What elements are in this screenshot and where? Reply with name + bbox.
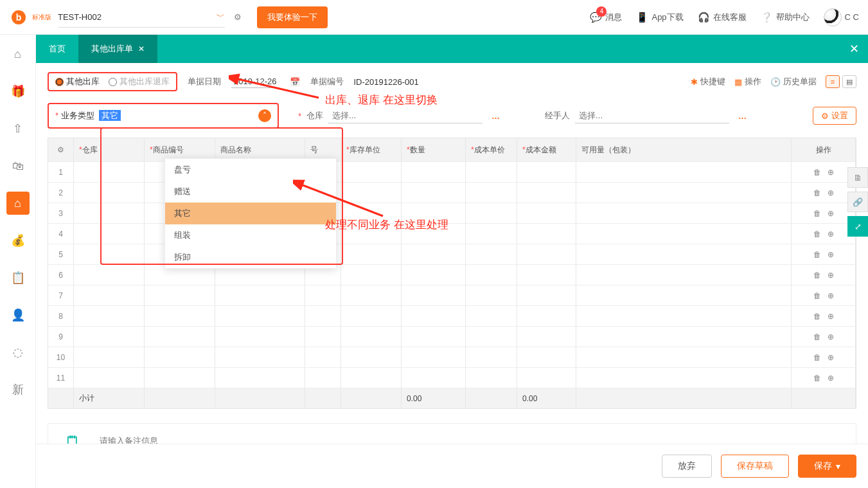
- add-row-icon[interactable]: ⊕: [828, 271, 834, 280]
- add-row-icon[interactable]: ⊕: [828, 230, 834, 239]
- subtotal-amt: 0.00: [517, 388, 576, 408]
- delete-icon[interactable]: 🗑: [813, 353, 821, 362]
- dd-item-zuzhuang[interactable]: 组装: [165, 224, 336, 246]
- history-button[interactable]: 🕑历史单据: [770, 76, 817, 87]
- customer-service-label: 在线客服: [713, 12, 747, 23]
- float-note-icon[interactable]: 🗎: [847, 167, 868, 188]
- add-row-icon[interactable]: ⊕: [828, 353, 834, 362]
- calendar-icon[interactable]: 📅: [290, 77, 300, 87]
- add-row-icon[interactable]: ⊕: [828, 250, 834, 259]
- tab-home[interactable]: 首页: [36, 35, 78, 63]
- logo: b: [9, 8, 28, 27]
- delete-icon[interactable]: 🗑: [813, 250, 821, 259]
- nav-clipboard-icon[interactable]: 📋: [6, 266, 30, 289]
- settings-button[interactable]: ⚙设置: [813, 107, 856, 125]
- svg-text:b: b: [16, 12, 22, 23]
- messages-link[interactable]: 💬 消息 4: [590, 12, 622, 23]
- nav-money-icon[interactable]: 💰: [6, 229, 30, 252]
- remark-icon: 🗒 备注信息: [57, 433, 88, 444]
- add-row-icon[interactable]: ⊕: [828, 168, 834, 177]
- delete-icon[interactable]: 🗑: [813, 271, 821, 280]
- biztype-select[interactable]: * 业务类型 其它 ˄: [48, 103, 279, 129]
- tabs-close-all[interactable]: ✕: [840, 35, 868, 63]
- radio-outbound[interactable]: 其他出库: [55, 76, 100, 87]
- nav-new-icon[interactable]: 新: [6, 378, 30, 401]
- table-row[interactable]: 10🗑⊕: [48, 347, 856, 367]
- org-selector[interactable]: TEST-H002 ﹀: [58, 7, 225, 28]
- more-icon[interactable]: …: [492, 111, 500, 121]
- dd-item-qita[interactable]: 其它: [165, 203, 336, 224]
- handler-field: 经手人 …: [545, 108, 747, 123]
- add-row-icon[interactable]: ⊕: [828, 209, 834, 218]
- tab-other-outbound[interactable]: 其他出库单 ✕: [78, 35, 157, 63]
- more-icon[interactable]: …: [738, 111, 747, 121]
- date-value[interactable]: 2019-12-26: [231, 75, 279, 88]
- radio-outbound-return[interactable]: 其他出库退库: [109, 76, 170, 87]
- table-row[interactable]: 8🗑⊕: [48, 305, 856, 326]
- delete-icon[interactable]: 🗑: [813, 312, 821, 321]
- table-row[interactable]: 11🗑⊕: [48, 367, 856, 388]
- delete-icon[interactable]: 🗑: [813, 230, 821, 239]
- user-menu[interactable]: C C: [824, 8, 859, 26]
- topbar: b 标准版 TEST-H002 ﹀ ⚙ 我要体验一下 💬 消息 4 📱 App下…: [0, 0, 868, 35]
- float-rail: 🗎 🔗 ⤢: [847, 167, 868, 237]
- dd-item-chaixie[interactable]: 拆卸: [165, 246, 336, 268]
- gear-icon[interactable]: ⚙: [234, 12, 242, 22]
- save-draft-button[interactable]: 保存草稿: [721, 455, 789, 478]
- view-card-icon[interactable]: ▤: [842, 75, 856, 88]
- operate-button[interactable]: ▦操作: [734, 76, 761, 87]
- add-row-icon[interactable]: ⊕: [828, 188, 834, 197]
- experience-button[interactable]: 我要体验一下: [257, 6, 328, 28]
- dd-item-zengsong[interactable]: 赠送: [165, 181, 336, 203]
- nav-warehouse-icon[interactable]: ⌂: [6, 192, 30, 215]
- add-row-icon[interactable]: ⊕: [828, 332, 834, 341]
- subtotal-label: 小计: [74, 388, 145, 408]
- nav-cycle-icon[interactable]: ◌: [6, 341, 30, 364]
- warehouse-input[interactable]: [328, 108, 483, 123]
- edition-badge: 标准版: [32, 13, 51, 22]
- discard-button[interactable]: 放弃: [662, 455, 712, 478]
- nav-person-icon[interactable]: 👤: [6, 303, 30, 327]
- save-button[interactable]: 保存▾: [798, 455, 856, 478]
- close-icon[interactable]: ✕: [138, 44, 145, 53]
- tab-strip: 首页 其他出库单 ✕ ✕: [36, 35, 868, 63]
- subtotal-qty: 0.00: [402, 388, 466, 408]
- nav-house-up-icon[interactable]: ⇧: [6, 117, 30, 140]
- view-list-icon[interactable]: ≡: [826, 75, 840, 88]
- col-gear-icon[interactable]: ⚙: [48, 138, 74, 161]
- customer-service-link[interactable]: 🎧 在线客服: [698, 12, 747, 23]
- dd-item-pankui[interactable]: 盘亏: [165, 159, 336, 181]
- delete-icon[interactable]: 🗑: [813, 332, 821, 341]
- app-download-label: App下载: [651, 12, 683, 23]
- form-row: * 业务类型 其它 ˄ *仓库 … 经手人 … ⚙设置: [48, 103, 856, 129]
- warehouse-label: 仓库: [306, 110, 323, 122]
- delete-icon[interactable]: 🗑: [813, 209, 821, 218]
- nav-bag-icon[interactable]: 🛍: [6, 154, 30, 177]
- app-download-link[interactable]: 📱 App下载: [636, 12, 683, 23]
- phone-icon: 📱: [636, 12, 648, 23]
- shortcut-button[interactable]: ✱快捷键: [691, 76, 725, 87]
- float-link-icon[interactable]: 🔗: [847, 192, 868, 212]
- history-label: 历史单据: [783, 76, 817, 87]
- topbar-right: 💬 消息 4 📱 App下载 🎧 在线客服 ❔ 帮助中心 C C: [590, 8, 859, 26]
- remark-section: 🗒 备注信息: [48, 423, 856, 444]
- history-icon: 🕑: [770, 77, 781, 87]
- nav-gift-icon[interactable]: 🎁: [6, 80, 30, 103]
- handler-input[interactable]: [575, 108, 729, 123]
- nav-home-icon[interactable]: ⌂: [6, 42, 30, 66]
- table-row[interactable]: 9🗑⊕: [48, 326, 856, 347]
- delete-icon[interactable]: 🗑: [813, 188, 821, 197]
- main-area: 首页 其他出库单 ✕ ✕ 其他出库 其他出库退库 单据日期 2019-12-26…: [36, 35, 868, 488]
- chevron-up-icon[interactable]: ˄: [258, 109, 271, 122]
- float-expand-icon[interactable]: ⤢: [847, 216, 868, 237]
- table-row[interactable]: 7🗑⊕: [48, 285, 856, 305]
- delete-icon[interactable]: 🗑: [813, 291, 821, 300]
- delete-icon[interactable]: 🗑: [813, 374, 821, 383]
- delete-icon[interactable]: 🗑: [813, 168, 821, 177]
- help-link[interactable]: ❔ 帮助中心: [761, 12, 810, 23]
- add-row-icon[interactable]: ⊕: [828, 291, 834, 300]
- biztype-value: 其它: [99, 110, 121, 121]
- add-row-icon[interactable]: ⊕: [828, 312, 834, 321]
- add-row-icon[interactable]: ⊕: [828, 374, 834, 383]
- remark-input[interactable]: [100, 435, 847, 444]
